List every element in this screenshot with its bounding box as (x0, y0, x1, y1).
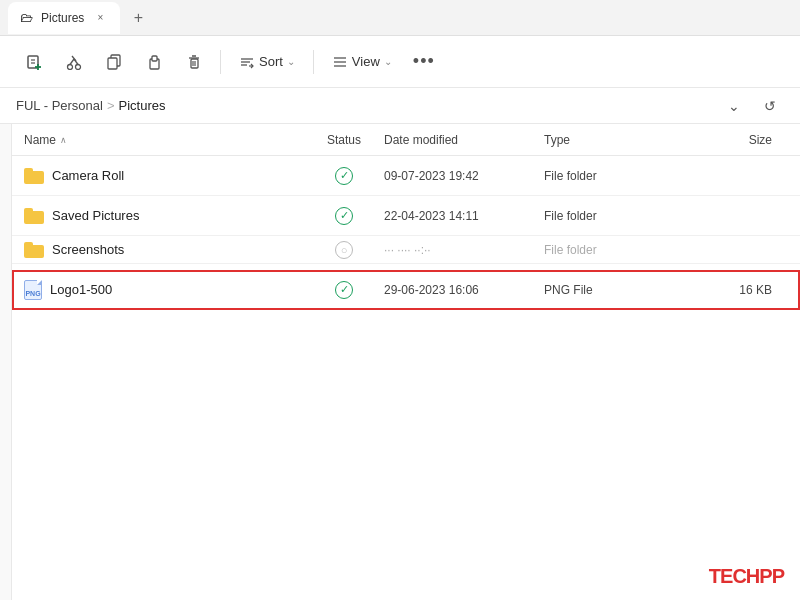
copy-button[interactable] (96, 44, 132, 80)
new-tab-button[interactable]: + (124, 4, 152, 32)
svg-point-6 (76, 64, 81, 69)
breadcrumb-bar: FUL - Personal > Pictures ⌄ ↺ (0, 88, 800, 124)
file-name-saved-pictures: Saved Pictures (24, 208, 304, 224)
sort-asc-icon: ∧ (60, 135, 67, 145)
folder-icon (24, 168, 44, 184)
sort-button[interactable]: Sort ⌄ (229, 44, 305, 80)
svg-point-5 (68, 64, 73, 69)
watermark-part1: TECH (709, 565, 759, 587)
file-status-screenshots: ○ (304, 241, 384, 259)
file-type-logo: PNG File (544, 283, 664, 297)
file-name-label: Logo1-500 (50, 282, 112, 297)
watermark-part2: PP (759, 565, 784, 587)
file-status-logo: ✓ (304, 280, 384, 299)
sort-label: Sort (259, 54, 283, 69)
tab-label: Pictures (41, 11, 84, 25)
sync-status-icon: ✓ (335, 167, 353, 185)
folder-icon (24, 208, 44, 224)
table-row[interactable]: Camera Roll ✓ 09-07-2023 19:42 File fold… (12, 156, 800, 196)
file-date-saved-pictures: 22-04-2023 14:11 (384, 209, 544, 223)
file-name-screenshots: Screenshots (24, 242, 304, 258)
file-date-camera-roll: 09-07-2023 19:42 (384, 169, 544, 183)
chevron-down-icon: ⌄ (728, 98, 740, 114)
file-area: Name ∧ Status Date modified Type Size (12, 124, 800, 600)
main-layout: Name ∧ Status Date modified Type Size (0, 124, 800, 600)
col-name-label: Name (24, 133, 56, 147)
toolbar: Sort ⌄ View ⌄ ••• (0, 36, 800, 88)
refresh-button[interactable]: ↺ (756, 92, 784, 120)
col-size-label: Size (749, 133, 772, 147)
dropdown-button[interactable]: ⌄ (720, 92, 748, 120)
view-chevron: ⌄ (384, 56, 392, 67)
breadcrumb-prefix[interactable]: FUL - Personal (16, 98, 103, 113)
breadcrumb-separator: > (107, 98, 115, 113)
svg-rect-11 (108, 58, 117, 69)
breadcrumb-current: Pictures (119, 98, 166, 113)
tab-bar: 🗁 Pictures × + (0, 0, 800, 36)
column-headers: Name ∧ Status Date modified Type Size (12, 124, 800, 156)
delete-button[interactable] (176, 44, 212, 80)
breadcrumb-actions: ⌄ ↺ (720, 92, 784, 120)
table-row[interactable]: Screenshots ○ ··· ···· ··:·· File folder (12, 236, 800, 264)
col-type-label: Type (544, 133, 570, 147)
view-label: View (352, 54, 380, 69)
tab-icon: 🗁 (20, 10, 33, 25)
col-name-header[interactable]: Name ∧ (24, 133, 304, 147)
active-tab[interactable]: 🗁 Pictures × (8, 2, 120, 34)
folder-icon (24, 242, 44, 258)
file-size-logo: 16 KB (664, 283, 788, 297)
file-status-camera-roll: ✓ (304, 166, 384, 185)
sort-chevron: ⌄ (287, 56, 295, 67)
col-date-header[interactable]: Date modified (384, 133, 544, 147)
file-name-label: Screenshots (52, 242, 124, 257)
table-row[interactable]: PNG Logo1-500 ✓ 29-06-2023 16:06 PNG Fil… (12, 270, 800, 310)
toolbar-separator (220, 50, 221, 74)
sync-status-icon: ○ (335, 241, 353, 259)
file-type-screenshots: File folder (544, 243, 664, 257)
png-file-icon: PNG (24, 280, 42, 300)
sync-status-icon: ✓ (335, 281, 353, 299)
tab-close-button[interactable]: × (92, 10, 108, 26)
col-status-label: Status (327, 133, 361, 147)
col-date-label: Date modified (384, 133, 458, 147)
col-status-header[interactable]: Status (304, 133, 384, 147)
file-name-label: Saved Pictures (52, 208, 139, 223)
new-item-button[interactable] (16, 44, 52, 80)
view-button[interactable]: View ⌄ (322, 44, 402, 80)
more-options-button[interactable]: ••• (406, 44, 442, 80)
svg-line-7 (70, 59, 74, 65)
sync-status-icon: ✓ (335, 207, 353, 225)
col-size-header[interactable]: Size (664, 133, 788, 147)
sidebar (0, 124, 12, 600)
paste-button[interactable] (136, 44, 172, 80)
file-type-camera-roll: File folder (544, 169, 664, 183)
refresh-icon: ↺ (764, 98, 776, 114)
file-name-camera-roll: Camera Roll (24, 168, 304, 184)
table-row[interactable]: Saved Pictures ✓ 22-04-2023 14:11 File f… (12, 196, 800, 236)
cut-button[interactable] (56, 44, 92, 80)
file-type-saved-pictures: File folder (544, 209, 664, 223)
file-list: Camera Roll ✓ 09-07-2023 19:42 File fold… (12, 156, 800, 310)
toolbar-separator2 (313, 50, 314, 74)
watermark: TECHPP (709, 565, 784, 588)
file-status-saved-pictures: ✓ (304, 206, 384, 225)
svg-rect-13 (152, 56, 157, 61)
col-type-header[interactable]: Type (544, 133, 664, 147)
file-name-label: Camera Roll (52, 168, 124, 183)
breadcrumb: FUL - Personal > Pictures (16, 98, 166, 113)
file-name-logo: PNG Logo1-500 (24, 280, 304, 300)
file-date-logo: 29-06-2023 16:06 (384, 283, 544, 297)
file-date-screenshots: ··· ···· ··:·· (384, 243, 544, 257)
